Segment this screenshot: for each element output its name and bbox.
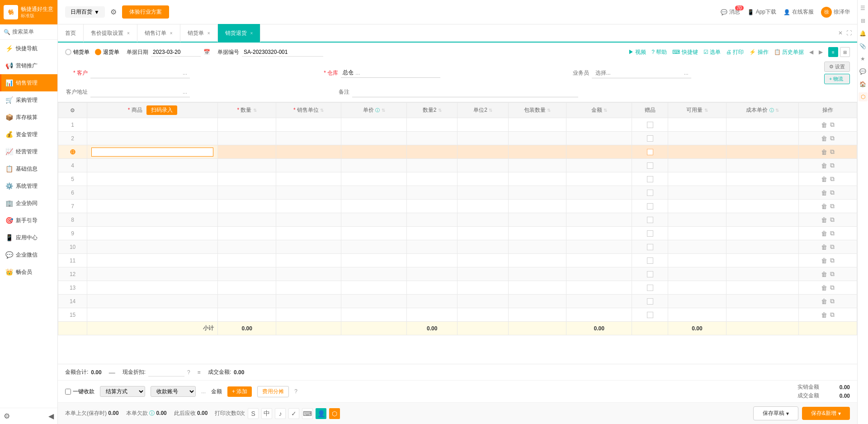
save-dropdown-icon[interactable]: ▾ (838, 410, 841, 417)
copy-row-3[interactable]: ⧉ (830, 148, 835, 156)
one-click-payment[interactable]: 一键收款 (65, 388, 94, 395)
copy-row-8[interactable]: ⧉ (830, 216, 835, 224)
draft-dropdown-icon[interactable]: ▾ (786, 410, 789, 417)
trial-button[interactable]: 体验行业方案 (122, 5, 169, 19)
gift-checkbox-10[interactable] (647, 244, 653, 250)
qty-cell-1[interactable] (218, 118, 276, 132)
table-scroll[interactable]: ⚙ * 商品 扫码录入 * 数量 ⇅ (58, 102, 857, 364)
message-button[interactable]: 💬 消息 70 (721, 8, 740, 16)
radio-sales[interactable]: 销货单 (65, 48, 90, 56)
delete-row-11[interactable]: 🗑 (821, 257, 827, 264)
radio-return[interactable]: 退货单 (95, 48, 119, 56)
close-all-tabs[interactable]: ✕ ⛶ (833, 30, 857, 36)
sidebar-item-marketing[interactable]: 📢 营销推广 (0, 57, 57, 74)
taskbar-icon-7[interactable]: ⬡ (329, 408, 340, 419)
tab-price-settings-close[interactable]: × (127, 31, 130, 36)
copy-row-15[interactable]: ⧉ (830, 311, 835, 319)
delete-row-14[interactable]: 🗑 (821, 298, 827, 305)
sidebar-item-inventory[interactable]: 📦 库存核算 (0, 109, 57, 126)
taskbar-icon-6[interactable]: 👤 (316, 408, 326, 419)
goods-cell-1[interactable] (87, 118, 218, 132)
cost-cell-1[interactable] (726, 118, 799, 132)
remarks-input[interactable] (354, 88, 571, 96)
collapse-icon[interactable]: ◀ (48, 412, 54, 420)
customer-more-icon[interactable]: ... (183, 70, 187, 76)
gift-cell-1[interactable] (632, 118, 668, 132)
print-btn[interactable]: 🖨 打印 (726, 48, 744, 56)
copy-row-6[interactable]: ⧉ (830, 189, 835, 196)
one-click-checkbox[interactable] (65, 389, 71, 395)
delete-row-6[interactable]: 🗑 (821, 189, 827, 196)
save-new-button[interactable]: 保存&新增 ▾ (802, 407, 850, 420)
goods-input-active[interactable] (91, 148, 213, 157)
sidebar-item-wechat[interactable]: 💬 企业微信 (0, 246, 57, 263)
tab-sales-return-close[interactable]: × (250, 31, 253, 36)
video-btn[interactable]: ▶ 视频 (628, 48, 646, 56)
tab-sales-order-close[interactable]: × (170, 31, 173, 36)
right-panel-icon-1[interactable]: ☰ (859, 4, 868, 13)
view-grid-btn[interactable]: ⊞ (840, 47, 850, 57)
customer-input[interactable] (92, 69, 183, 77)
add-row-icon[interactable]: ⊕ (70, 148, 75, 156)
gift-checkbox-9[interactable] (647, 230, 653, 237)
copy-row-1[interactable]: ⧉ (830, 121, 835, 129)
staff-input[interactable] (594, 69, 684, 77)
right-panel-icon-4[interactable]: 📎 (859, 42, 868, 51)
avail-sort-icon[interactable]: ⇅ (704, 108, 708, 113)
sidebar-item-appstore[interactable]: 📱 应用中心 (0, 229, 57, 246)
gift-checkbox-6[interactable] (647, 190, 653, 196)
copy-row-2[interactable]: ⧉ (830, 134, 835, 142)
price-info-icon[interactable]: ⓘ (375, 108, 380, 113)
topbar-gear-icon[interactable]: ⚙ (108, 6, 118, 18)
calendar-icon[interactable]: 📅 (203, 49, 210, 55)
delete-row-10[interactable]: 🗑 (821, 243, 827, 251)
tab-sales-return[interactable]: 销货退货 × (218, 24, 261, 42)
unit-cell-1[interactable] (276, 118, 341, 132)
settings-button[interactable]: ⚙ 设置 (824, 62, 850, 72)
taskbar-icon-5[interactable]: ⌨ (302, 408, 313, 419)
gift-checkbox-2[interactable] (647, 135, 653, 142)
payment-method-select[interactable]: 结算方式 (100, 386, 145, 397)
unit2-sort-icon[interactable]: ⇅ (489, 108, 492, 113)
amount-cell-1[interactable] (566, 118, 632, 132)
gift-checkbox-11[interactable] (647, 257, 653, 264)
select-order-btn[interactable]: ☑ 选单 (703, 48, 721, 56)
delete-row-13[interactable]: 🗑 (821, 284, 827, 291)
taskbar-icon-2[interactable]: 中 (261, 408, 272, 419)
delete-row-3[interactable]: 🗑 (821, 148, 827, 156)
operations-btn[interactable]: ⚡ 操作 (749, 48, 768, 56)
gift-checkbox-8[interactable] (647, 217, 653, 223)
right-panel-icon-6[interactable]: 💬 (859, 67, 868, 76)
delete-row-1[interactable]: 🗑 (821, 121, 827, 129)
copy-row-7[interactable]: ⧉ (830, 202, 835, 210)
delete-row-4[interactable]: 🗑 (821, 162, 827, 169)
price-sort-icon[interactable]: ⇅ (382, 108, 385, 113)
gift-checkbox-3[interactable] (647, 149, 653, 155)
tab-sales-delivery-close[interactable]: × (208, 31, 210, 36)
sidebar-item-purchase[interactable]: 🛒 采购管理 (0, 91, 57, 109)
next-order-icon[interactable]: ▶ (819, 49, 823, 55)
taskbar-icon-3[interactable]: ♪ (275, 408, 286, 419)
order-no-input[interactable] (242, 48, 323, 57)
tab-sales-delivery[interactable]: 销货单 × (180, 24, 218, 42)
address-input[interactable] (92, 88, 183, 96)
tab-home[interactable]: 首页 (58, 24, 84, 42)
sidebar-item-shortcut[interactable]: ⚡ 快捷导航 (0, 40, 57, 57)
copy-row-11[interactable]: ⧉ (830, 257, 835, 264)
scan-button[interactable]: 扫码录入 (146, 105, 177, 115)
sidebar-item-member[interactable]: 👑 畅会员 (0, 263, 57, 281)
taskbar-icon-4[interactable]: ✓ (288, 408, 299, 419)
debit-help[interactable]: ⓘ (149, 410, 155, 416)
delete-row-9[interactable]: 🗑 (821, 230, 827, 237)
prev-order-icon[interactable]: ◀ (809, 49, 813, 55)
sidebar-item-operations[interactable]: 📈 经营管理 (0, 143, 57, 160)
cost-sort-icon[interactable]: ⇅ (775, 108, 779, 113)
sidebar-search[interactable]: 🔍 搜索菜单 (0, 24, 57, 40)
gift-checkbox-5[interactable] (647, 176, 653, 182)
staff-more-icon[interactable]: ... (684, 70, 689, 76)
amount-sort-icon[interactable]: ⇅ (604, 108, 607, 113)
qty-sort-icon[interactable]: ⇅ (253, 108, 257, 113)
cash-discount-input[interactable] (148, 368, 184, 376)
copy-row-13[interactable]: ⧉ (830, 284, 835, 291)
sidebar-item-basic[interactable]: 📋 基础信息 (0, 160, 57, 177)
